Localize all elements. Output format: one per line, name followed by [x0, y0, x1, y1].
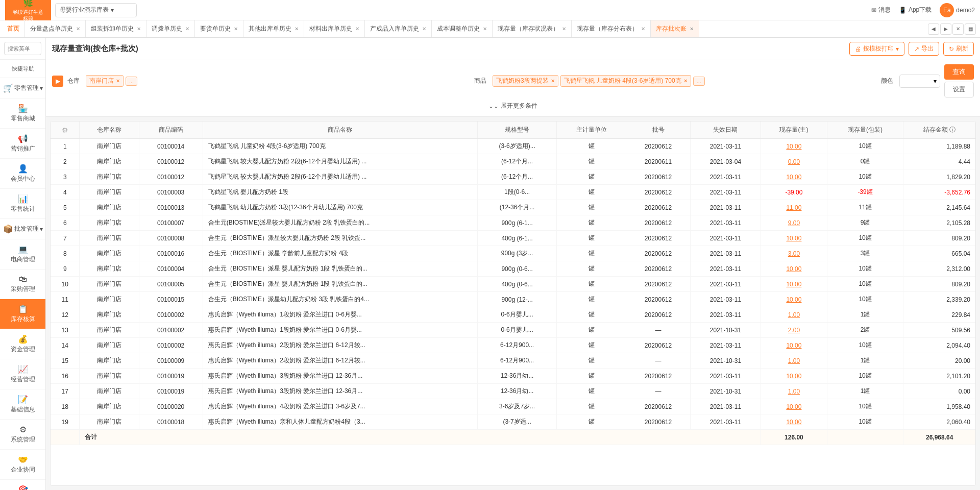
row-spec: 900g (3岁...: [477, 246, 556, 261]
query-btn[interactable]: 查询: [944, 64, 974, 80]
settings-btn[interactable]: 设置: [944, 82, 974, 97]
stock-link[interactable]: 10.00: [786, 265, 801, 273]
stock-link[interactable]: 10.00: [786, 235, 801, 242]
row-amount: 2,101.20: [903, 369, 975, 384]
sidebar-item-基础信息[interactable]: 📝 基础信息: [0, 389, 45, 420]
warehouse-dots[interactable]: ...: [126, 77, 137, 86]
sidebar-item-资金管理[interactable]: 💰 资金管理: [0, 329, 45, 359]
tab-close-xiancun2[interactable]: ✕: [641, 26, 645, 32]
row-stock-pkg: 9罐: [827, 215, 903, 231]
tab-fenliang[interactable]: 分量盘点单历史 ✕: [25, 20, 86, 38]
expand-more-btn[interactable]: ⌄⌄ 展开更多条件: [52, 100, 974, 112]
app-download-link[interactable]: 📱 App下载: [899, 6, 932, 14]
tab-close-qitachu[interactable]: ✕: [295, 26, 299, 32]
stock-link[interactable]: 10.00: [786, 281, 801, 288]
tab-close-cailiaochu[interactable]: ✕: [355, 26, 359, 32]
message-link[interactable]: ✉ 消息: [871, 6, 891, 14]
sidebar: 快捷导航 🛒 零售管理 ▾ 🏪 零售商城 📢 营销推广 👤 会员中心 📊 零售统…: [0, 38, 46, 490]
stock-link[interactable]: 10.00: [786, 174, 801, 181]
sidebar-item-系统管理[interactable]: ⚙ 系统管理: [0, 420, 45, 450]
sidebar-item-经营管理[interactable]: 📈 经营管理: [0, 359, 45, 389]
print-btn[interactable]: 🖨 按模板打印 ▾: [849, 42, 904, 56]
tab-menu-btn[interactable]: ▦: [965, 23, 976, 35]
row-stock-main: 10.00: [761, 231, 827, 246]
sidebar-arrow-0: ▾: [40, 85, 43, 92]
tab-close-all-btn[interactable]: ✕: [952, 23, 964, 35]
row-name: 惠氏启辉（Wyeth illuma）3段奶粉 爱尔兰进口 12-36月...: [203, 384, 477, 399]
stock-link[interactable]: 1.00: [788, 357, 800, 364]
stock-link[interactable]: 2.00: [788, 327, 800, 334]
search-input[interactable]: [4, 42, 41, 55]
quick-nav-item[interactable]: 快捷导航: [0, 62, 45, 76]
stock-link[interactable]: 11.00: [786, 204, 801, 211]
tab-close-kucun-pici[interactable]: ✕: [690, 26, 694, 32]
tab-chengpin[interactable]: 产成品入库单历史 ✕: [365, 20, 432, 38]
stock-link[interactable]: 1.00: [788, 388, 800, 395]
tab-yaohuo[interactable]: 要货单历史 ✕: [195, 20, 243, 38]
tab-close-xiancun1[interactable]: ✕: [562, 26, 566, 32]
tab-close-diaob[interactable]: ✕: [185, 26, 189, 32]
tab-xiancun2[interactable]: 现存量（库存分布表） ✕: [572, 20, 651, 38]
tab-prev-btn[interactable]: ◀: [928, 23, 939, 35]
sidebar-item-电商管理[interactable]: 💻 电商管理: [0, 239, 45, 270]
tab-cailiaochu[interactable]: 材料出库单历史 ✕: [304, 20, 365, 38]
sidebar-item-会员中心[interactable]: 👤 会员中心: [0, 159, 45, 189]
tab-close-fenliang[interactable]: ✕: [76, 26, 80, 32]
warehouse-tag-remove[interactable]: ✕: [116, 78, 120, 84]
table-row: 10 南岸门店 00100005 合生元（BIOSTIME）派星 婴儿配方奶粉 …: [51, 277, 975, 292]
tab-next-btn[interactable]: ▶: [940, 23, 951, 35]
tab-diaob[interactable]: 调拨单历史 ✕: [146, 20, 195, 38]
sidebar-item-零售商城[interactable]: 🏪 零售商城: [0, 99, 45, 129]
tab-kucun-pici[interactable]: 库存批次账 ✕: [651, 20, 699, 38]
stock-link[interactable]: 1.00: [788, 311, 800, 318]
export-btn[interactable]: ↗ 导出: [909, 42, 939, 56]
sidebar-item-营销推广[interactable]: 📢 营销推广: [0, 129, 45, 159]
row-batch: 20200612: [626, 277, 690, 292]
filter-expand-btn[interactable]: ▶: [52, 76, 63, 87]
sidebar-item-企业协同[interactable]: 🤝 企业协同: [0, 450, 45, 480]
tab-close-chengpin[interactable]: ✕: [422, 26, 426, 32]
tab-chengben[interactable]: 成本调整单历史 ✕: [432, 20, 493, 38]
row-code: 00100008: [139, 231, 203, 246]
stock-link[interactable]: 10.00: [786, 143, 801, 150]
product-more-dots[interactable]: ...: [693, 77, 705, 86]
tab-qitachu[interactable]: 其他出库单历史 ✕: [243, 20, 304, 38]
stock-link[interactable]: 10.00: [786, 373, 801, 380]
product-tag-1-remove[interactable]: ✕: [551, 78, 555, 84]
stock-link[interactable]: 10.00: [786, 296, 801, 303]
sidebar-item-库存核算[interactable]: 📋 库存核算: [0, 299, 45, 329]
sidebar-item-采购管理[interactable]: 🛍 采购管理: [0, 270, 45, 299]
stock-link[interactable]: 10.00: [786, 403, 801, 410]
tab-zuzhuang[interactable]: 组装拆卸单历史 ✕: [86, 20, 146, 38]
tab-xiancun1[interactable]: 现存量（库存状况表） ✕: [493, 20, 572, 38]
sidebar-item-零售管理[interactable]: 🛒 零售管理 ▾: [0, 78, 45, 99]
row-batch: —: [626, 384, 690, 399]
sidebar-item-批发管理[interactable]: 📦 批发管理 ▾: [0, 219, 45, 239]
row-expire: 2021-03-11: [690, 414, 761, 430]
stock-negative: -39.00: [785, 189, 802, 196]
color-dropdown[interactable]: ▾: [899, 75, 940, 88]
tab-close-zuzhuang[interactable]: ✕: [137, 26, 141, 32]
product-tag-2-remove[interactable]: ✕: [683, 78, 688, 84]
col-stock-main: 现存量(主): [761, 121, 827, 139]
sidebar-item-零售统计[interactable]: 📊 零售统计: [0, 189, 45, 219]
sidebar-item-新手引导[interactable]: 🎯 新手引导: [0, 480, 45, 490]
stock-link[interactable]: 0.00: [788, 158, 800, 165]
stock-link[interactable]: 3.00: [788, 250, 800, 257]
col-settings[interactable]: ⚙: [51, 121, 80, 139]
tab-close-chengben[interactable]: ✕: [483, 26, 487, 32]
table-settings-icon[interactable]: ⚙: [62, 126, 68, 134]
stock-link[interactable]: 10.00: [786, 419, 801, 426]
refresh-btn[interactable]: ↻ 刷新: [943, 42, 974, 56]
user-area[interactable]: Ea demo2: [940, 3, 975, 17]
company-selector[interactable]: 母婴行业演示库表 ▾: [55, 3, 137, 17]
product-label: 商品: [474, 77, 488, 85]
stock-link[interactable]: 9.00: [788, 219, 800, 227]
tab-home[interactable]: 首页: [2, 20, 25, 38]
row-stock-pkg: 0罐: [827, 154, 903, 169]
stock-link[interactable]: 10.00: [786, 342, 801, 349]
tab-close-yaohuo[interactable]: ✕: [234, 26, 238, 32]
table-row: 3 南岸门店 00100012 飞鹤星飞帆 较大婴儿配方奶粉 2段(6-12个月…: [51, 169, 975, 185]
table-row: 9 南岸门店 00100004 合生元（BIOSTIME）派星 婴儿配方奶粉 1…: [51, 261, 975, 277]
row-no: 5: [51, 200, 80, 215]
